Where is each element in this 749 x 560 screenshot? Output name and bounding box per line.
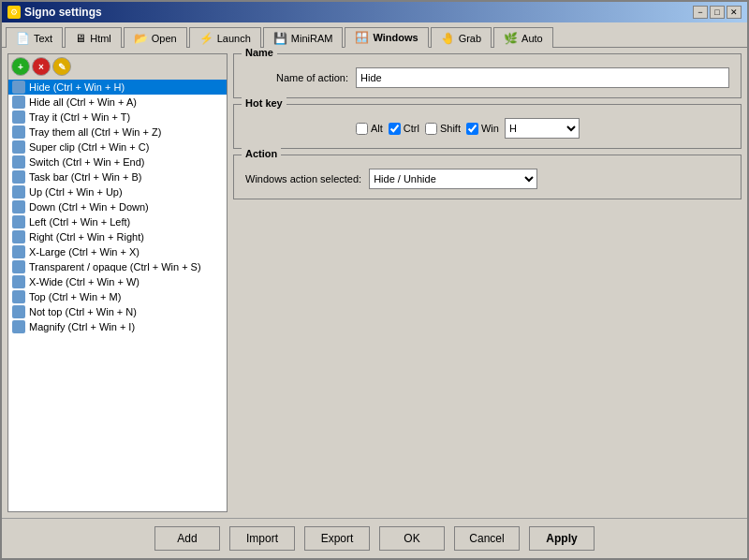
list-item-icon	[12, 230, 25, 243]
tab-text[interactable]: 📄Text	[6, 27, 63, 48]
shift-checkbox[interactable]	[425, 123, 437, 135]
edit-item-button[interactable]: ✎	[52, 57, 71, 76]
open-tab-icon: 📂	[134, 32, 148, 45]
list-item-icon	[12, 170, 25, 184]
list-item-label: Down (Ctrl + Win + Down)	[29, 201, 149, 213]
list-item-label: Magnify (Ctrl + Win + I)	[29, 321, 135, 332]
tab-grab[interactable]: 🤚Grab	[431, 27, 492, 48]
list-item[interactable]: Hide (Ctrl + Win + H)	[8, 80, 227, 95]
tab-auto[interactable]: 🌿Auto	[493, 27, 553, 48]
actions-list[interactable]: Hide (Ctrl + Win + H)Hide all (Ctrl + Wi…	[8, 80, 227, 511]
apply-button[interactable]: Apply	[529, 526, 595, 551]
list-item[interactable]: Super clip (Ctrl + Win + C)	[8, 140, 227, 155]
action-group-label: Action	[242, 148, 281, 159]
list-item-label: X-Wide (Ctrl + Win + W)	[29, 276, 140, 287]
list-item-label: Super clip (Ctrl + Win + C)	[29, 141, 149, 153]
title-bar: ⚙ Signo settings − □ ✕	[2, 2, 747, 22]
list-item-icon	[12, 245, 25, 258]
bottom-bar: Add Import Export OK Cancel Apply	[2, 518, 747, 558]
list-item-icon	[12, 260, 25, 273]
list-item[interactable]: Not top (Ctrl + Win + N)	[8, 304, 227, 319]
html-tab-label: Html	[90, 33, 111, 44]
name-group-label: Name	[242, 48, 277, 58]
grab-tab-icon: 🤚	[441, 32, 455, 45]
action-name-input[interactable]	[356, 67, 729, 88]
tab-launch[interactable]: ⚡Launch	[189, 27, 261, 48]
list-item[interactable]: Transparent / opaque (Ctrl + Win + S)	[8, 259, 227, 274]
miniram-tab-label: MiniRAM	[291, 33, 333, 44]
window-title: Signo settings	[24, 6, 102, 19]
ctrl-checkbox[interactable]	[389, 123, 401, 135]
win-checkbox[interactable]	[466, 123, 478, 135]
hotkey-group-content: Alt Ctrl Shift	[234, 105, 741, 148]
list-item-label: Tray them all (Ctrl + Win + Z)	[29, 126, 161, 138]
list-item[interactable]: X-Large (Ctrl + Win + X)	[8, 244, 227, 259]
list-item[interactable]: Left (Ctrl + Win + Left)	[8, 214, 227, 229]
list-item[interactable]: Tray it (Ctrl + Win + T)	[8, 110, 227, 125]
list-item[interactable]: Down (Ctrl + Win + Down)	[8, 199, 227, 214]
list-item-icon	[12, 140, 25, 154]
list-item-icon	[12, 290, 25, 303]
add-button[interactable]: Add	[154, 526, 220, 551]
shift-label: Shift	[440, 123, 461, 134]
list-item[interactable]: X-Wide (Ctrl + Win + W)	[8, 274, 227, 289]
windows-tab-label: Windows	[373, 32, 418, 43]
left-panel: + × ✎ Hide (Ctrl + Win + H)Hide all (Ctr…	[7, 53, 228, 512]
import-button[interactable]: Import	[229, 526, 295, 551]
title-controls: − □ ✕	[693, 6, 742, 19]
tab-html[interactable]: 🖥Html	[65, 27, 122, 48]
export-button[interactable]: Export	[304, 526, 370, 551]
action-name-label: Name of action:	[245, 72, 348, 83]
close-button[interactable]: ✕	[727, 6, 742, 19]
windows-action-select[interactable]: Hide / Unhide Minimize Maximize Close Mo…	[369, 169, 537, 189]
minimize-button[interactable]: −	[693, 6, 708, 19]
list-item-icon	[12, 320, 25, 333]
action-group-content: Windows action selected: Hide / Unhide M…	[234, 155, 741, 199]
alt-checkbox[interactable]	[356, 123, 368, 135]
launch-tab-icon: ⚡	[199, 32, 213, 45]
ctrl-label: Ctrl	[404, 123, 419, 134]
ok-button[interactable]: OK	[379, 526, 445, 551]
add-item-button[interactable]: +	[11, 57, 30, 76]
windows-action-label: Windows action selected:	[245, 173, 361, 184]
list-item[interactable]: Hide all (Ctrl + Win + A)	[8, 95, 227, 110]
list-item-label: Tray it (Ctrl + Win + T)	[29, 111, 130, 123]
left-toolbar: + × ✎	[8, 54, 227, 80]
name-group-content: Name of action:	[234, 54, 741, 97]
list-item-icon	[12, 96, 25, 109]
list-item-label: Hide (Ctrl + Win + H)	[29, 81, 125, 93]
list-item[interactable]: Task bar (Ctrl + Win + B)	[8, 169, 227, 184]
tab-windows[interactable]: 🪟Windows	[345, 27, 428, 48]
tabs-bar: 📄Text🖥Html📂Open⚡Launch💾MiniRAM🪟Windows🤚G…	[2, 22, 747, 48]
list-item-icon	[12, 215, 25, 228]
title-bar-left: ⚙ Signo settings	[7, 6, 102, 19]
list-item[interactable]: Top (Ctrl + Win + M)	[8, 289, 227, 304]
name-group: Name Name of action:	[233, 53, 742, 98]
action-name-row: Name of action:	[245, 67, 729, 88]
list-item[interactable]: Tray them all (Ctrl + Win + Z)	[8, 125, 227, 140]
hotkey-group: Hot key Alt Ctrl	[233, 104, 742, 149]
list-item[interactable]: Up (Ctrl + Win + Up)	[8, 184, 227, 199]
list-item-icon	[12, 200, 25, 214]
cancel-button[interactable]: Cancel	[454, 526, 520, 551]
auto-tab-label: Auto	[521, 33, 543, 44]
key-select[interactable]: H ABC DEF GIJ	[505, 118, 580, 139]
tab-open[interactable]: 📂Open	[124, 27, 187, 48]
tab-miniram[interactable]: 💾MiniRAM	[263, 27, 344, 48]
miniram-tab-icon: 💾	[273, 32, 287, 45]
hotkey-row: Alt Ctrl Shift	[245, 118, 729, 139]
auto-tab-icon: 🌿	[504, 32, 518, 45]
text-tab-icon: 📄	[16, 32, 30, 45]
list-item-label: Hide all (Ctrl + Win + A)	[29, 96, 137, 108]
main-window: ⚙ Signo settings − □ ✕ 📄Text🖥Html📂Open⚡L…	[0, 0, 749, 560]
remove-item-button[interactable]: ×	[32, 57, 51, 76]
list-item[interactable]: Switch (Ctrl + Win + End)	[8, 155, 227, 169]
list-item[interactable]: Right (Ctrl + Win + Right)	[8, 229, 227, 244]
alt-checkbox-group: Alt	[356, 123, 383, 135]
list-item[interactable]: Magnify (Ctrl + Win + I)	[8, 319, 227, 334]
list-item-icon	[12, 275, 25, 288]
list-item-label: Transparent / opaque (Ctrl + Win + S)	[29, 261, 201, 273]
maximize-button[interactable]: □	[710, 6, 725, 19]
grab-tab-label: Grab	[459, 33, 481, 44]
list-item-icon	[12, 125, 25, 139]
